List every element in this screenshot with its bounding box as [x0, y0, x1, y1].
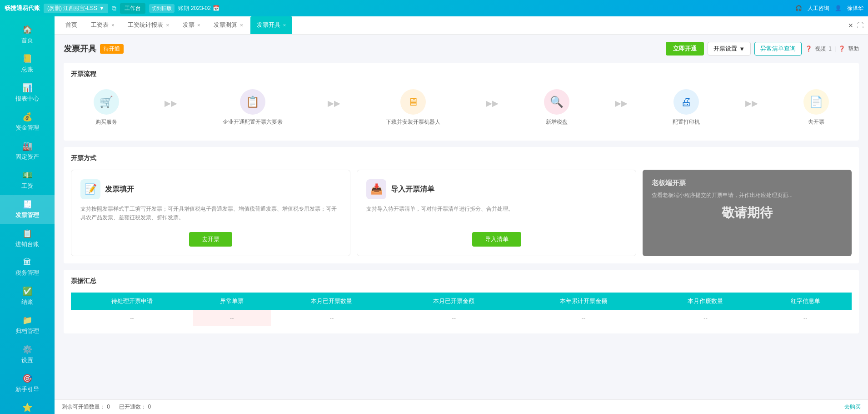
sidebar-label-home: 首页: [21, 36, 33, 45]
tab-salary-table[interactable]: 工资表 ×: [85, 16, 120, 34]
val-month-amount: --: [393, 310, 515, 326]
tab-invoice-close[interactable]: ×: [197, 22, 200, 28]
tab-invoice-open-close[interactable]: ×: [283, 22, 286, 28]
opened-text: 已开通数：: [119, 404, 146, 410]
help-label: 帮助: [848, 45, 859, 53]
tab-invoice[interactable]: 发票 ×: [176, 16, 206, 34]
company-dropdown-icon: ▼: [99, 5, 105, 11]
sidebar-item-home[interactable]: 🏠 首页: [0, 20, 55, 49]
sidebar-item-funds[interactable]: 💰 资金管理: [0, 107, 55, 136]
tab-invoice-open[interactable]: 发票开具 ×: [250, 16, 292, 34]
tab-salary-table-close[interactable]: ×: [111, 22, 114, 28]
flow-step-config[interactable]: 📋 企业开通配置开票六要素: [223, 89, 283, 126]
sidebar-item-purchase[interactable]: 📋 进销台账: [0, 224, 55, 253]
sidebar-item-salary[interactable]: 💵 工资: [0, 166, 55, 195]
tab-bar: 首页 工资表 × 工资统计报表 × 发票 × 发票测算 × 发票开具 ×: [55, 16, 868, 35]
sidebar-item-member[interactable]: ⭐ 畅会员: [0, 398, 55, 414]
methods-section: 开票方式 📝 发票填开 支持按照发票样式手工填写开发票；可开具增值税电子普通发票…: [64, 147, 859, 263]
goto-buy-link[interactable]: 去购买: [844, 403, 861, 411]
old-boss-card: 老板端开票 查看老板端小程序提交的开票申请，并作出相应处理页面... 敬请期待: [643, 170, 852, 256]
sidebar-item-invoice[interactable]: 🧾 发票管理: [0, 195, 55, 224]
sidebar-item-assets[interactable]: 🏭 固定资产: [0, 136, 55, 166]
archive-icon: 📁: [22, 315, 32, 325]
abnormal-query-button[interactable]: 异常清单查询: [754, 42, 802, 56]
tab-salary-stats[interactable]: 工资统计报表 ×: [121, 16, 175, 34]
sidebar-item-settlement[interactable]: ✅ 结账: [0, 282, 55, 311]
sidebar-item-settings[interactable]: ⚙️ 设置: [0, 340, 55, 369]
issue-invoice-icon: 📄: [803, 89, 829, 115]
sidebar-item-guide[interactable]: 🎯 新手引导: [0, 369, 55, 398]
restore-icon[interactable]: ⛶: [857, 22, 863, 29]
config-enterprise-icon: 📋: [240, 89, 265, 115]
top-bar-left: 畅捷通易代账 (勿删) 江西服宝-LSS ▼ ⧉ 工作台 切到旧版 账期 202…: [5, 3, 219, 14]
sidebar: 🏠 首页 📒 总账 📊 报表中心 💰 资金管理 🏭 固定资产 💵 工资 🧾 发票…: [0, 16, 55, 414]
flow-step-printer[interactable]: 🖨 配置打印机: [673, 89, 700, 126]
flow-step-download[interactable]: 🖥 下载并安装开票机器人: [386, 89, 440, 126]
import-desc: 支持导入待开票清单，可对待开票清单进行拆分、合并处理。: [366, 205, 627, 223]
switch-old-tag[interactable]: 切到旧版: [149, 4, 175, 13]
page-content: 发票开具 待开通 立即开通 开票设置 ▼ 异常清单查询 ❓ 视频 1 |: [55, 35, 868, 399]
sidebar-label-ledger: 总账: [21, 66, 33, 74]
coming-soon-text: 敬请期待: [722, 204, 773, 222]
purchase-icon: 📋: [22, 228, 32, 238]
buy-service-icon: 🛒: [94, 89, 119, 115]
tab-salary-stats-close[interactable]: ×: [166, 22, 169, 28]
tab-home[interactable]: 首页: [59, 16, 84, 34]
summary-table: 待处理开票申请 异常单票 本月已开票数量 本月已开票金额 本年累计开票金额 本月…: [71, 293, 852, 326]
sidebar-label-salary: 工资: [21, 182, 33, 190]
import-list-button[interactable]: 导入清单: [472, 232, 521, 247]
flow-step-taxdisk[interactable]: 🔍 新增税盘: [544, 89, 569, 126]
sidebar-item-reports[interactable]: 📊 报表中心: [0, 78, 55, 107]
close-tab-icon[interactable]: ✕: [848, 22, 853, 29]
support-label[interactable]: 人工咨询: [808, 5, 829, 12]
bottom-bar: 剩余可开通数量： 0 已开通数： 0 去购买: [55, 399, 868, 414]
flow-section-title: 开票流程: [71, 70, 852, 78]
company-selector[interactable]: (勿删) 江西服宝-LSS ▼: [44, 4, 108, 13]
method-card-manual: 📝 发票填开 支持按照发票样式手工填写开发票；可开具增值税电子普通发票、增值税普…: [71, 170, 350, 256]
opened-label: 已开通数： 0: [119, 403, 151, 411]
help-icon: ❓: [805, 45, 812, 52]
sidebar-item-archive[interactable]: 📁 归档管理: [0, 311, 55, 340]
separator: |: [834, 45, 836, 52]
open-now-button[interactable]: 立即开通: [666, 42, 704, 56]
sidebar-label-archive: 归档管理: [15, 327, 39, 335]
flow-section: 开票流程 🛒 购买服务 ▶▶ 📋 企业开通配置开票六要素 ▶▶: [64, 63, 859, 141]
copy-icon[interactable]: ⧉: [112, 5, 116, 12]
tab-invoice-calc-close[interactable]: ×: [240, 22, 243, 28]
download-robot-icon: 🖥: [400, 89, 426, 115]
calendar-icon[interactable]: 📅: [213, 5, 219, 11]
import-icon: 📥: [366, 179, 386, 199]
workspace-button[interactable]: 工作台: [120, 3, 145, 14]
col-month-amount: 本月已开票金额: [393, 293, 515, 310]
flow-step-buy[interactable]: 🛒 购买服务: [94, 89, 119, 126]
sidebar-item-tax[interactable]: 🏛 税务管理: [0, 253, 55, 282]
sidebar-label-settings: 设置: [21, 356, 33, 364]
support-icon: 🎧: [795, 5, 802, 11]
add-taxdisk-icon: 🔍: [544, 89, 569, 115]
avatar-icon: 👤: [835, 5, 842, 11]
col-year-amount: 本年累计开票金额: [515, 293, 652, 310]
tab-invoice-calc[interactable]: 发票测算 ×: [207, 16, 249, 34]
buy-service-label: 购买服务: [95, 118, 117, 126]
tab-invoice-calc-label: 发票测算: [214, 21, 237, 29]
main-layout: 🏠 首页 📒 总账 📊 报表中心 💰 资金管理 🏭 固定资产 💵 工资 🧾 发票…: [0, 16, 868, 414]
tab-salary-stats-label: 工资统计报表: [128, 21, 163, 29]
remaining-label: 剩余可开通数量： 0: [62, 403, 110, 411]
remaining-value: 0: [107, 404, 110, 410]
period-display: 账期 2023-02 📅: [178, 5, 219, 12]
user-name[interactable]: 徐泽华: [847, 5, 863, 12]
go-issue-button[interactable]: 去开票: [189, 232, 232, 247]
manual-title-wrap: 📝 发票填开: [80, 179, 341, 199]
sidebar-label-assets: 固定资产: [15, 153, 39, 161]
opened-value: 0: [148, 404, 151, 410]
flow-arrow-2: ▶▶: [328, 98, 340, 108]
period-label: 账期: [178, 5, 189, 12]
page-header: 发票开具 待开通 立即开通 开票设置 ▼ 异常清单查询 ❓ 视频 1 |: [64, 42, 859, 56]
sidebar-item-ledger[interactable]: 📒 总账: [0, 49, 55, 78]
config-printer-label: 配置打印机: [673, 118, 700, 126]
col-pending: 待处理开票申请: [71, 293, 193, 310]
flow-step-issue[interactable]: 📄 去开票: [803, 89, 829, 126]
val-void-count: --: [652, 310, 759, 326]
download-robot-label: 下载并安装开票机器人: [386, 118, 440, 126]
settings-button[interactable]: 开票设置 ▼: [708, 42, 751, 56]
